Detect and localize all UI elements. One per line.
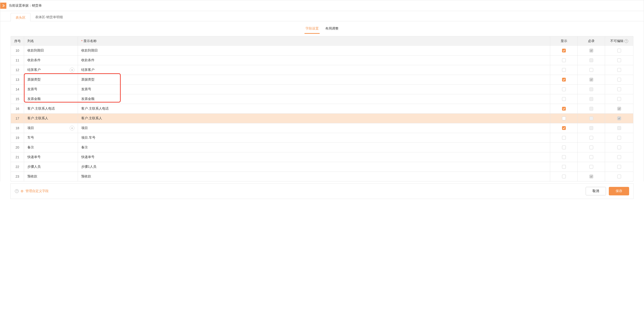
row-required-cell — [578, 172, 605, 181]
checkbox-required[interactable] — [590, 136, 593, 140]
checkbox-readonly[interactable] — [617, 49, 621, 52]
checkbox-required — [590, 97, 593, 101]
checkbox-show[interactable] — [562, 58, 566, 62]
sub-tabs: 字段设置布局调整 — [11, 21, 633, 36]
row-display-name[interactable]: 票据类型 — [78, 78, 550, 82]
checkbox-readonly[interactable] — [617, 88, 621, 91]
footer-help-icon[interactable]: ? — [15, 189, 19, 193]
checkbox-show[interactable] — [562, 88, 566, 91]
row-display-name[interactable]: 步骤1人员 — [78, 165, 550, 169]
checkbox-readonly[interactable] — [617, 155, 621, 159]
row-seq: 15 — [11, 94, 24, 104]
checkbox-show[interactable] — [562, 155, 566, 159]
checkbox-show[interactable] — [562, 97, 566, 101]
row-show-cell — [550, 162, 578, 172]
checkbox-show[interactable] — [562, 136, 566, 140]
table-row: 14发票号发票号 — [11, 84, 633, 94]
checkbox-required — [590, 49, 593, 52]
footer-bar: ? ⚙ 管理自定义字段 取消 保存 — [10, 183, 634, 199]
row-readonly-cell — [605, 152, 633, 162]
table-header-row: 序号 列名 *显示名称 显示 必录 不可编辑 ? — [11, 36, 633, 46]
checkbox-required[interactable] — [590, 165, 593, 169]
expand-panel-button[interactable] — [0, 2, 6, 9]
row-readonly-cell — [605, 94, 633, 104]
checkbox-show[interactable] — [562, 78, 566, 82]
row-display-name[interactable]: 收款到期日 — [78, 48, 550, 53]
row-seq: 14 — [11, 84, 24, 94]
help-icon[interactable]: ? — [624, 39, 628, 43]
add-icon[interactable]: + — [70, 126, 74, 130]
checkbox-readonly[interactable] — [617, 165, 621, 169]
row-display-name[interactable]: 备注 — [78, 145, 550, 150]
add-icon[interactable]: + — [70, 68, 74, 72]
row-display-name[interactable]: 预收款 — [78, 174, 550, 178]
row-display-name[interactable]: 收款条件 — [78, 58, 550, 62]
row-show-cell — [550, 75, 578, 84]
checkbox-show[interactable] — [562, 174, 566, 178]
row-display-name[interactable]: 项目.车号 — [78, 136, 550, 140]
checkbox-readonly[interactable] — [617, 58, 621, 62]
row-readonly-cell — [605, 133, 633, 142]
row-display-name[interactable]: 客户.主联系人电话 — [78, 106, 550, 111]
table-row: 10收款到期日收款到期日 — [11, 46, 633, 56]
row-display-name[interactable]: 结算客户 — [78, 68, 550, 72]
row-show-cell — [550, 94, 578, 104]
sub-tab-0[interactable]: 字段设置 — [304, 25, 320, 34]
row-show-cell — [550, 114, 578, 123]
row-show-cell — [550, 46, 578, 55]
row-show-cell — [550, 172, 578, 181]
checkbox-show[interactable] — [562, 107, 566, 110]
row-seq: 23 — [11, 172, 24, 181]
checkbox-show[interactable] — [562, 116, 566, 120]
row-col-name: 发票金额 — [24, 94, 78, 104]
checkbox-show[interactable] — [562, 68, 566, 72]
gear-icon: ⚙ — [20, 189, 24, 193]
row-readonly-cell — [605, 162, 633, 172]
checkbox-readonly — [617, 107, 621, 110]
row-display-name[interactable]: 项目 — [78, 126, 550, 130]
row-display-name[interactable]: 发票号 — [78, 87, 550, 92]
checkbox-readonly — [617, 126, 621, 130]
row-required-cell — [578, 152, 605, 162]
checkbox-show[interactable] — [562, 49, 566, 52]
row-col-name: 快递单号 — [24, 152, 78, 162]
row-readonly-cell — [605, 65, 633, 75]
checkbox-required[interactable] — [590, 68, 593, 72]
row-col-name: 步骤人员 — [24, 162, 78, 172]
table-row: 17客户.主联系人客户.主联系人 — [11, 114, 633, 123]
sub-tab-1[interactable]: 布局调整 — [324, 25, 340, 34]
checkbox-readonly[interactable] — [617, 146, 621, 149]
checkbox-readonly[interactable] — [617, 136, 621, 140]
manage-custom-fields-link[interactable]: 管理自定义字段 — [26, 189, 49, 193]
checkbox-readonly[interactable] — [617, 68, 621, 72]
cancel-button[interactable]: 取消 — [586, 187, 606, 196]
main-tab-1[interactable]: 表体区-销货单明细 — [30, 13, 68, 21]
table-row: 19车号项目.车号 — [11, 133, 633, 143]
top-bar: 当前设置单据：销货单 — [0, 0, 644, 11]
row-seq: 19 — [11, 133, 24, 142]
row-show-cell — [550, 84, 578, 94]
row-display-name[interactable]: 快递单号 — [78, 155, 550, 159]
row-show-cell — [550, 152, 578, 162]
table-row: 11收款条件收款条件 — [11, 56, 633, 65]
checkbox-show[interactable] — [562, 165, 566, 169]
main-tab-0[interactable]: 表头区 — [11, 13, 30, 22]
row-seq: 21 — [11, 152, 24, 162]
checkbox-required — [590, 126, 593, 130]
row-required-cell — [578, 104, 605, 114]
row-readonly-cell — [605, 46, 633, 55]
row-display-name[interactable]: 发票金额 — [78, 97, 550, 101]
checkbox-required[interactable] — [590, 155, 593, 159]
header-display-name: *显示名称 — [78, 39, 550, 43]
save-button[interactable]: 保存 — [609, 187, 629, 196]
row-readonly-cell — [605, 56, 633, 65]
checkbox-show[interactable] — [562, 146, 566, 149]
row-seq: 12 — [11, 65, 24, 75]
checkbox-readonly[interactable] — [617, 97, 621, 101]
checkbox-readonly[interactable] — [617, 78, 621, 82]
checkbox-readonly[interactable] — [617, 174, 621, 178]
row-col-name: 票据类型 — [24, 75, 78, 84]
checkbox-show[interactable] — [562, 126, 566, 130]
checkbox-required[interactable] — [590, 146, 593, 149]
row-display-name[interactable]: 客户.主联系人 — [78, 116, 550, 120]
